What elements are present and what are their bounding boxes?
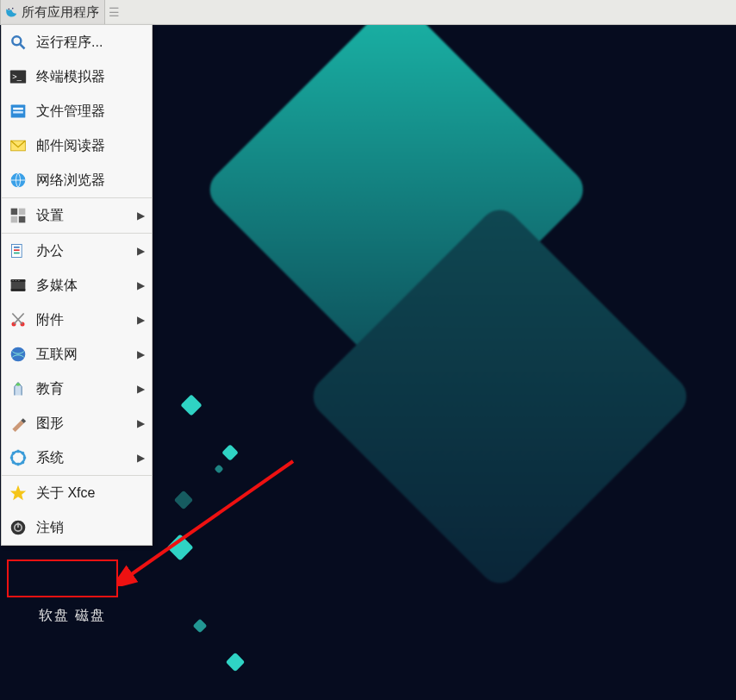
menu-item-label: 关于 Xfce	[28, 484, 147, 503]
menu-item-label: 办公	[28, 242, 137, 260]
terminal-icon: >_	[9, 67, 28, 86]
menu-item-education[interactable]: 教育 ▶	[2, 372, 152, 406]
applications-menu-button[interactable]: 所有应用程序	[0, 0, 105, 25]
submenu-arrow-icon: ▶	[137, 348, 145, 360]
svg-rect-13	[11, 216, 18, 223]
submenu-arrow-icon: ▶	[137, 209, 145, 222]
submenu-arrow-icon: ▶	[137, 314, 145, 326]
logout-icon	[9, 518, 28, 537]
graphics-icon	[9, 414, 28, 433]
internet-icon	[9, 345, 28, 364]
menu-item-label: 附件	[28, 311, 137, 329]
svg-rect-11	[11, 209, 18, 216]
submenu-arrow-icon: ▶	[137, 383, 145, 395]
menu-item-label: 网络浏览器	[28, 172, 147, 190]
media-icon	[9, 276, 28, 295]
wallpaper-sparkle	[193, 619, 208, 634]
system-icon	[9, 448, 28, 467]
svg-rect-8	[13, 111, 23, 114]
applications-menu: 运行程序... >_ 终端模拟器 文件管理器 邮件阅读器 网络浏览器	[1, 24, 153, 546]
menu-item-file-manager[interactable]: 文件管理器	[2, 94, 152, 128]
submenu-arrow-icon: ▶	[137, 245, 145, 257]
wallpaper-sparkle	[221, 444, 239, 461]
svg-point-1	[12, 8, 14, 9]
svg-rect-16	[14, 247, 20, 248]
menu-item-about-xfce[interactable]: 关于 Xfce	[2, 476, 152, 510]
menu-item-label: 终端模拟器	[28, 68, 147, 86]
applications-menu-label: 所有应用程序	[22, 4, 99, 21]
svg-rect-7	[13, 108, 23, 110]
search-icon	[9, 33, 28, 52]
svg-point-0	[9, 9, 10, 10]
menu-item-graphics[interactable]: 图形 ▶	[2, 406, 152, 441]
menu-item-label: 系统	[28, 449, 137, 467]
globe-icon	[9, 171, 28, 190]
svg-rect-14	[19, 216, 26, 223]
menu-item-multimedia[interactable]: 多媒体 ▶	[2, 268, 152, 303]
wallpaper-sparkle	[226, 653, 246, 672]
menu-item-logout[interactable]: 注销	[2, 510, 152, 545]
svg-rect-12	[19, 209, 26, 216]
svg-rect-17	[14, 249, 20, 251]
menu-item-office[interactable]: 办公 ▶	[2, 234, 152, 268]
annotation-highlight-box	[7, 559, 118, 597]
menu-item-terminal[interactable]: >_ 终端模拟器	[2, 59, 152, 94]
office-icon	[9, 241, 28, 260]
submenu-arrow-icon: ▶	[137, 417, 145, 429]
svg-rect-23	[16, 280, 17, 281]
menu-item-accessories[interactable]: 附件 ▶	[2, 303, 152, 337]
svg-marker-32	[10, 485, 26, 501]
education-icon	[9, 379, 28, 398]
menu-item-label: 文件管理器	[28, 103, 147, 121]
star-icon	[9, 484, 28, 503]
menu-item-system[interactable]: 系统 ▶	[2, 441, 152, 475]
xfce-logo-icon	[4, 5, 18, 19]
menu-item-label: 多媒体	[28, 277, 137, 295]
svg-point-2	[12, 36, 21, 45]
settings-icon	[9, 206, 28, 225]
top-panel: 所有应用程序 ☰	[0, 0, 736, 25]
menu-item-mail[interactable]: 邮件阅读器	[2, 128, 152, 163]
menu-item-browser[interactable]: 网络浏览器	[2, 163, 152, 197]
menu-item-label: 教育	[28, 380, 137, 398]
svg-rect-24	[18, 280, 20, 281]
submenu-arrow-icon: ▶	[137, 452, 145, 464]
svg-point-30	[16, 383, 21, 385]
menu-item-label: 互联网	[28, 346, 137, 364]
menu-item-label: 运行程序...	[28, 34, 147, 52]
mail-icon	[9, 136, 28, 155]
desktop-icon-floppy-label[interactable]: 软盘 磁盘	[39, 607, 106, 625]
menu-item-label: 邮件阅读器	[28, 137, 147, 155]
wallpaper-sparkle	[166, 534, 193, 560]
wallpaper-sparkle	[214, 464, 223, 473]
menu-item-label: 注销	[28, 519, 147, 537]
svg-point-29	[11, 347, 26, 362]
scissors-icon	[9, 310, 28, 329]
submenu-arrow-icon: ▶	[137, 279, 145, 291]
menu-item-settings[interactable]: 设置 ▶	[2, 198, 152, 233]
svg-rect-18	[14, 253, 20, 254]
menu-item-label: 图形	[28, 415, 137, 433]
svg-line-3	[21, 45, 25, 49]
file-manager-icon	[9, 102, 28, 121]
desktop[interactable]: 所有应用程序 ☰ 运行程序... >_ 终端模拟器 文件管理器	[0, 0, 736, 700]
menu-item-run[interactable]: 运行程序...	[2, 25, 152, 59]
wallpaper-sparkle	[174, 491, 194, 510]
panel-handle-icon: ☰	[109, 5, 120, 19]
menu-item-internet[interactable]: 互联网 ▶	[2, 337, 152, 372]
svg-rect-22	[12, 280, 14, 281]
svg-text:>_: >_	[12, 72, 22, 81]
svg-rect-21	[11, 289, 26, 291]
wallpaper-sparkle	[180, 394, 202, 416]
menu-item-label: 设置	[28, 207, 137, 225]
